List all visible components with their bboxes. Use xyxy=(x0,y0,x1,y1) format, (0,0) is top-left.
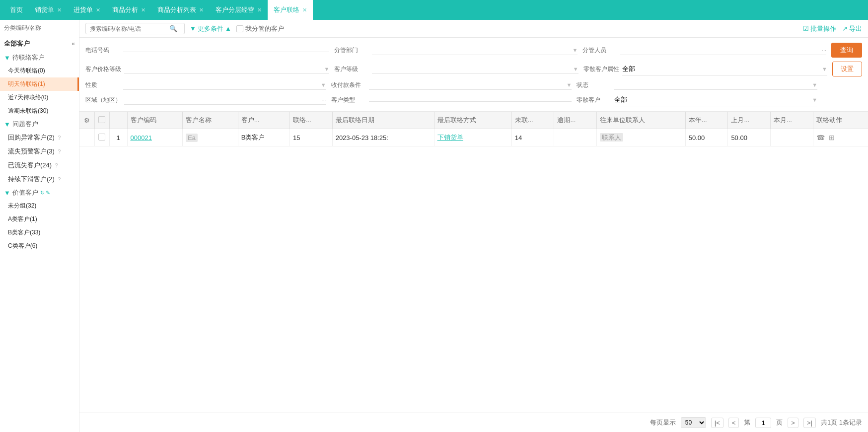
col-header-overdue: 逾期... xyxy=(554,112,597,129)
content-area: 🔍 ▼ 更多条件 ▲ 我分管的客户 ☑ 批量操作 ↗ 导出 xyxy=(79,20,868,432)
page-label: 第 xyxy=(744,418,750,427)
page-input[interactable] xyxy=(755,418,771,428)
problem-arrow-icon: ▼ xyxy=(4,121,10,128)
row-customer-code[interactable]: 000021 xyxy=(127,129,183,146)
filter-retail-attr-field: 零散客户属性 全部 ▼ xyxy=(583,63,827,75)
sidebar-search-input[interactable] xyxy=(4,24,78,31)
close-sales-order-icon[interactable]: ✕ xyxy=(57,7,62,13)
filter-payment-value[interactable]: ▼ xyxy=(369,80,572,90)
my-customers-checkbox[interactable]: 我分管的客户 xyxy=(236,24,284,33)
sidebar-item-class-b[interactable]: B类客户(33) xyxy=(0,226,79,239)
customer-table-container: ⚙ 客户编码 客户名称 客户... xyxy=(79,112,868,413)
sidebar-item-repurchase-abnormal[interactable]: 回购异常客户(2) ? xyxy=(0,131,79,144)
my-customers-check[interactable] xyxy=(236,25,243,32)
close-customer-segmentation-icon[interactable]: ✕ xyxy=(257,7,262,13)
col-header-checkbox[interactable] xyxy=(94,112,109,129)
price-level-dropdown-icon: ▼ xyxy=(324,66,329,72)
next-page-button[interactable]: > xyxy=(788,418,798,428)
filter-customer-type-field: 客户类型 xyxy=(331,96,572,104)
filter-search-icon[interactable]: 🔍 xyxy=(169,25,177,32)
sidebar-item-week7[interactable]: 近7天待联络(0) xyxy=(0,91,79,104)
nav-product-analysis[interactable]: 商品分析 ✕ xyxy=(106,0,151,20)
sidebar-item-class-a[interactable]: A类客户(1) xyxy=(0,213,79,226)
col-header-settings[interactable]: ⚙ xyxy=(79,112,94,129)
filter-status-label: 状态 xyxy=(577,81,611,89)
filter-sub-dept-value[interactable]: ▼ xyxy=(372,46,578,55)
col-header-customer-type: 客户... xyxy=(238,112,289,129)
nav-product-analysis-list[interactable]: 商品分析列表 ✕ xyxy=(151,0,210,20)
close-customer-contact-icon[interactable]: ✕ xyxy=(302,7,307,13)
col-header-contact-action: 联络动作 xyxy=(813,112,868,129)
row-check[interactable] xyxy=(98,134,105,141)
filter-phone-value[interactable] xyxy=(123,49,329,52)
filter-sub-dept-field: 分管部门 ▼ xyxy=(334,46,578,55)
filter-more-conditions[interactable]: ▼ 更多条件 ▲ xyxy=(190,24,231,33)
filter-region-value[interactable]: ··· xyxy=(124,95,326,105)
filter-row-2: 客户价格等级 ▼ 客户等级 ▼ 零散客户属性 全部 xyxy=(85,62,862,76)
filter-search-box: 🔍 xyxy=(85,23,185,34)
filter-retail-attr-label: 零散客户属性 xyxy=(583,65,619,73)
action-phone-icon[interactable]: ☎ xyxy=(816,134,825,142)
close-product-analysis-icon[interactable]: ✕ xyxy=(141,7,145,13)
sidebar-item-class-c[interactable]: C类客户(6) xyxy=(0,239,79,253)
prev-page-button[interactable]: < xyxy=(728,418,739,428)
filter-customer-type-label: 客户类型 xyxy=(331,96,366,104)
row-last-contact-method[interactable]: 下销货单 xyxy=(434,129,511,146)
batch-op-icon: ☑ xyxy=(803,25,809,32)
export-button[interactable]: ↗ 导出 xyxy=(842,24,862,33)
query-button[interactable]: 查询 xyxy=(831,43,862,58)
row-action: ☎ ⊞ xyxy=(813,129,868,146)
filter-price-level-value[interactable]: ▼ xyxy=(124,65,329,74)
retail-customer-dropdown-icon: ▼ xyxy=(812,97,817,103)
sidebar-item-churned[interactable]: 已流失客户(24) ? xyxy=(0,158,79,172)
close-purchase-order-icon[interactable]: ✕ xyxy=(96,7,100,13)
filter-customer-level-value[interactable]: ▼ xyxy=(372,65,578,74)
filter-customer-level-field: 客户等级 ▼ xyxy=(334,65,578,74)
help-icon-churn-risk: ? xyxy=(58,148,61,154)
value-edit-icon[interactable]: ✎ xyxy=(46,190,50,196)
value-arrow-icon: ▼ xyxy=(4,189,10,197)
nav-customer-contact[interactable]: 客户联络 ✕ xyxy=(268,0,313,20)
col-header-customer-name: 客户名称 xyxy=(183,112,238,129)
payment-dropdown-icon: ▼ xyxy=(566,82,572,88)
nav-sales-order[interactable]: 销货单 ✕ xyxy=(29,0,68,20)
filter-sub-dept-label: 分管部门 xyxy=(334,46,369,55)
settings-button[interactable]: 设置 xyxy=(832,62,862,76)
sidebar-collapse-icon[interactable]: « xyxy=(72,40,75,47)
first-page-button[interactable]: |< xyxy=(711,418,723,428)
close-product-analysis-list-icon[interactable]: ✕ xyxy=(199,7,204,13)
value-refresh-icon[interactable]: ↻ xyxy=(40,190,45,196)
advanced-filter-panel: 电话号码 分管部门 ▼ 分管人员 ··· 查 xyxy=(79,38,868,112)
filter-toolbar: 🔍 ▼ 更多条件 ▲ 我分管的客户 ☑ 批量操作 ↗ 导出 xyxy=(79,20,868,38)
per-page-select[interactable]: 50 100 xyxy=(681,417,706,428)
header-checkbox[interactable] xyxy=(98,116,105,123)
help-icon-declining: ? xyxy=(58,176,61,182)
action-grid-icon[interactable]: ⊞ xyxy=(829,134,835,142)
filter-sub-person-value[interactable]: ··· xyxy=(620,46,826,55)
retail-attr-dropdown-icon: ▼ xyxy=(822,66,827,72)
region-more-icon: ··· xyxy=(322,97,326,103)
sidebar-item-unclassified[interactable]: 未分组(32) xyxy=(0,199,79,213)
row-settings[interactable] xyxy=(79,129,94,146)
filter-status-value[interactable]: ▼ xyxy=(614,80,817,90)
nav-home[interactable]: 首页 xyxy=(4,0,29,20)
batch-operation-button[interactable]: ☑ 批量操作 xyxy=(803,24,836,33)
nav-purchase-order[interactable]: 进货单 ✕ xyxy=(68,0,106,20)
nav-customer-segmentation[interactable]: 客户分层经营 ✕ xyxy=(210,0,268,20)
sidebar-item-tomorrow[interactable]: 明天待联络(1) xyxy=(0,77,79,91)
col-header-this-month: 本月... xyxy=(771,112,813,129)
customer-table: ⚙ 客户编码 客户名称 客户... xyxy=(79,112,868,146)
sidebar-item-overdue[interactable]: 逾期未联络(30) xyxy=(0,104,79,118)
filter-gender-value[interactable]: ▼ xyxy=(123,80,326,90)
last-page-button[interactable]: >| xyxy=(803,418,816,428)
per-page-label: 每页显示 xyxy=(650,418,676,427)
col-header-last-contact-date: 最后联络日期 xyxy=(332,112,434,129)
sidebar-item-today[interactable]: 今天待联络(0) xyxy=(0,64,79,77)
sidebar-item-declining[interactable]: 持续下滑客户(2) ? xyxy=(0,172,79,186)
filter-retail-attr-value[interactable]: 全部 ▼ xyxy=(622,63,827,75)
filter-customer-type-value[interactable] xyxy=(369,98,572,102)
row-checkbox[interactable] xyxy=(94,129,109,146)
sidebar-item-churn-risk[interactable]: 流失预警客户(3) ? xyxy=(0,144,79,158)
filter-retail-customer-value[interactable]: 全部 ▼ xyxy=(614,94,817,106)
filter-search-input[interactable] xyxy=(90,25,169,32)
